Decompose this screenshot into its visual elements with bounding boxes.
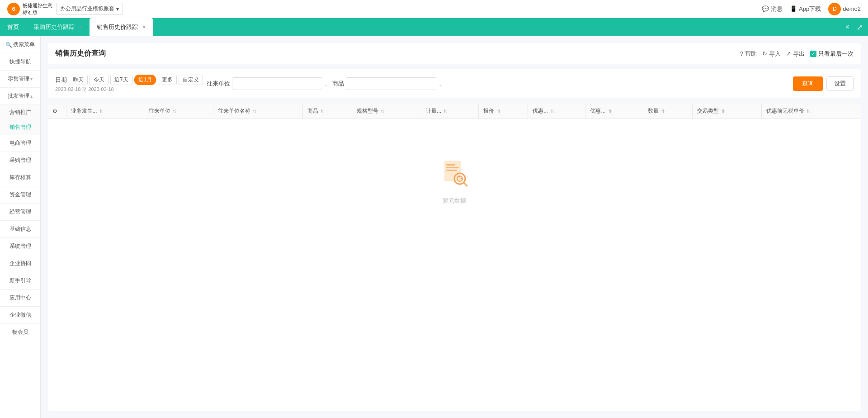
date-btn-yesterday[interactable]: 昨天 (69, 75, 88, 85)
sidebar-item-system[interactable]: 系统管理 (0, 238, 40, 255)
svg-rect-3 (446, 170, 457, 171)
partner-label: 往来单位 (207, 80, 230, 88)
product-dots: ... (438, 81, 443, 87)
import-button[interactable]: ↻ 导入 (762, 50, 781, 58)
main-layout: 🔍 搜索菜单 快捷导航 零售管理 ▾ 批发管理 ▴ 营销推广 销售管理 电商管理… (0, 36, 868, 418)
col-unit[interactable]: 计量... ⇅ (421, 104, 479, 119)
sort-icon-discount2: ⇅ (608, 109, 612, 114)
product-label: 商品 (332, 80, 344, 88)
maximize-button[interactable]: ⤢ (855, 21, 864, 33)
sidebar-item-finance[interactable]: 资金管理 (0, 186, 40, 204)
message-icon: 💬 (762, 5, 769, 12)
page-header-actions: ? 帮助 ↻ 导入 ↗ 导出 ✓ 只看最后一次 (740, 50, 854, 58)
partner-filter-group: 往来单位 ... (207, 77, 329, 90)
partner-dots: ... (324, 81, 329, 87)
sort-icon-spec: ⇅ (381, 109, 384, 114)
date-btn-last7days[interactable]: 近7天 (110, 75, 132, 85)
table-header: ⚙ 业务发生... ⇅ 往来单位 ⇅ 往来单位名称 ⇅ (48, 104, 861, 119)
date-btn-last1month[interactable]: 近1月 (134, 75, 156, 85)
checkbox-checked-icon: ✓ (810, 51, 816, 57)
sort-icon-partner-name: ⇅ (253, 109, 256, 114)
sidebar: 🔍 搜索菜单 快捷导航 零售管理 ▾ 批发管理 ▴ 营销推广 销售管理 电商管理… (0, 36, 41, 418)
user-menu[interactable]: D demo2 (828, 3, 861, 15)
svg-rect-2 (446, 167, 459, 168)
tab-bar: 首页 采购历史价跟踪 × 销售历史价跟踪 × × ⤢ (0, 18, 868, 36)
empty-illustration (436, 155, 472, 191)
content-area: 销售历史价查询 ? 帮助 ↻ 导入 ↗ 导出 ✓ (41, 36, 868, 418)
page-header: 销售历史价查询 ? 帮助 ↻ 导入 ↗ 导出 ✓ (48, 43, 861, 64)
sidebar-item-quick-nav[interactable]: 快捷导航 (0, 53, 40, 71)
sidebar-item-purchase[interactable]: 采购管理 (0, 152, 40, 169)
sidebar-item-vip[interactable]: 畅会员 (0, 324, 40, 341)
phone-icon: 📱 (790, 5, 797, 12)
sidebar-item-wholesale[interactable]: 批发管理 ▴ (0, 88, 40, 105)
date-btn-more[interactable]: 更多 (158, 75, 177, 85)
col-partner-name[interactable]: 往来单位名称 ⇅ (213, 104, 302, 119)
col-spec[interactable]: 规格型号 ⇅ (352, 104, 421, 119)
col-discount2[interactable]: 优惠... ⇅ (585, 104, 643, 119)
tab-purchase-history[interactable]: 采购历史价跟踪 × (26, 18, 90, 36)
partner-input[interactable] (232, 77, 322, 90)
query-button[interactable]: 查询 (793, 76, 823, 91)
col-partner-code[interactable]: 往来单位 ⇅ (144, 104, 213, 119)
close-window-button[interactable]: × (844, 21, 851, 33)
message-button[interactable]: 💬 消息 (762, 5, 783, 13)
sort-icon-partner-code: ⇅ (173, 109, 176, 114)
sidebar-item-guide[interactable]: 新手引导 (0, 272, 40, 290)
tab-close-sales[interactable]: × (142, 24, 146, 30)
svg-point-8 (461, 178, 462, 180)
sidebar-item-basic-info[interactable]: 基础信息 (0, 221, 40, 238)
sort-icon-unit: ⇅ (443, 109, 447, 114)
date-label: 日期 (55, 76, 67, 84)
logo-text: 畅捷通好生意 标准版 (23, 2, 52, 15)
sidebar-item-sales-mgmt[interactable]: 销售管理 (0, 120, 40, 135)
header-right: 💬 消息 📱 App下载 D demo2 (762, 3, 861, 15)
export-button[interactable]: ↗ 导出 (786, 50, 805, 58)
help-icon: ? (740, 50, 743, 57)
col-settings[interactable]: ⚙ (48, 104, 66, 119)
empty-state: 暂元数据 (48, 119, 861, 241)
avatar: D (828, 3, 841, 15)
col-quantity[interactable]: 数量 ⇅ (643, 104, 692, 119)
col-biz-date[interactable]: 业务发生... ⇅ (66, 104, 144, 119)
chevron-down-icon: ▾ (116, 6, 119, 12)
account-selector[interactable]: 办公用品行业模拟账套 ▾ (56, 3, 123, 15)
sidebar-item-operations[interactable]: 经营管理 (0, 204, 40, 221)
page-title: 销售历史价查询 (55, 49, 106, 58)
date-range-text: 2023-02-18 至 2023-03-18 (55, 86, 203, 93)
tab-close-purchase[interactable]: × (79, 24, 82, 30)
chevron-up-icon: ▴ (30, 94, 33, 99)
product-input[interactable] (346, 77, 436, 90)
sidebar-item-search[interactable]: 🔍 搜索菜单 (0, 36, 40, 53)
sidebar-item-app-center[interactable]: 应用中心 (0, 290, 40, 307)
sidebar-item-marketing[interactable]: 营销推广 (0, 105, 40, 120)
sidebar-item-cooperation[interactable]: 企业协同 (0, 255, 40, 272)
sidebar-item-inventory[interactable]: 库存核算 (0, 169, 40, 186)
date-btn-today[interactable]: 今天 (90, 75, 108, 85)
col-trade-type[interactable]: 交易类型 ⇅ (692, 104, 761, 119)
sort-icon-quantity: ⇅ (661, 109, 665, 114)
date-btn-custom[interactable]: 自定义 (179, 75, 203, 85)
svg-point-7 (459, 176, 461, 178)
tab-home[interactable]: 首页 (0, 18, 26, 36)
tab-sales-history[interactable]: 销售历史价跟踪 × (90, 18, 153, 36)
top-header: 6 畅捷通好生意 标准版 办公用品行业模拟账套 ▾ 💬 消息 📱 App下载 D… (0, 0, 868, 18)
header-left: 6 畅捷通好生意 标准版 办公用品行业模拟账套 ▾ (7, 2, 123, 15)
col-discount1[interactable]: 优惠... ⇅ (528, 104, 585, 119)
sort-icon-trade-type: ⇅ (721, 109, 725, 114)
sort-icon-discount1: ⇅ (551, 109, 554, 114)
logo-icon: 6 (7, 3, 20, 15)
col-product[interactable]: 商品 ⇅ (303, 104, 352, 119)
product-filter-group: 商品 ... (332, 77, 443, 90)
only-latest-toggle[interactable]: ✓ 只看最后一次 (810, 50, 854, 58)
sidebar-item-wechat[interactable]: 企业微信 (0, 307, 40, 324)
help-button[interactable]: ? 帮助 (740, 50, 757, 58)
app-download-button[interactable]: 📱 App下载 (790, 5, 821, 13)
sidebar-item-ecommerce[interactable]: 电商管理 (0, 135, 40, 152)
table-container: ⚙ 业务发生... ⇅ 往来单位 ⇅ 往来单位名称 ⇅ (48, 104, 861, 411)
col-pretax-price[interactable]: 优惠前无税单价 ⇅ (761, 104, 861, 119)
settings-button[interactable]: 设置 (826, 76, 854, 91)
col-quote-price[interactable]: 报价 ⇅ (479, 104, 528, 119)
filter-actions: 查询 设置 (793, 76, 854, 91)
sidebar-item-retail[interactable]: 零售管理 ▾ (0, 71, 40, 88)
